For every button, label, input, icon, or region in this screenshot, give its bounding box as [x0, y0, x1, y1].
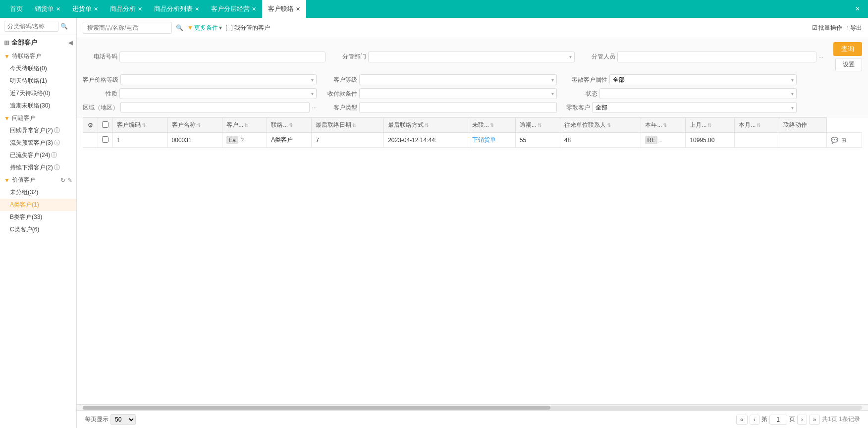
nav-analysis[interactable]: 商品分析 ✕	[104, 0, 148, 18]
sort-this-month[interactable]: ⇅	[757, 122, 760, 128]
settings-button[interactable]: 设置	[835, 58, 862, 71]
advanced-filter: 电话号码 分管部门 ▾ 分管人员 ···	[77, 38, 868, 117]
row-select[interactable]	[102, 136, 108, 143]
batch-op-btn[interactable]: ☑ 批量操作	[812, 24, 842, 32]
sidebar-item-churn-warn[interactable]: 流失预警客户(3) ⓘ	[0, 137, 76, 149]
person-dots[interactable]: ···	[818, 54, 823, 60]
col-settings[interactable]: ⚙	[83, 118, 98, 133]
prev-page-btn[interactable]: ‹	[750, 415, 760, 425]
query-button[interactable]: 查询	[833, 42, 862, 56]
per-page-select[interactable]: 50 100 200	[110, 414, 136, 425]
next-page-btn[interactable]: ›	[797, 415, 807, 425]
scatter-cust-field: 零散客户 全部 ▾	[563, 102, 797, 113]
my-customers-filter[interactable]: 我分管的客户	[226, 24, 270, 32]
sidebar-item-declining[interactable]: 持续下滑客户(2) ⓘ	[0, 161, 76, 174]
customer-level-field: 客户等级 ▾	[323, 74, 556, 85]
customer-level-select[interactable]	[359, 74, 556, 85]
sidebar-item-c-class[interactable]: C类客户(6)	[0, 223, 76, 236]
sidebar-item-b-class[interactable]: B类客户(33)	[0, 211, 76, 223]
sidebar-item-overdue[interactable]: 逾期未联络(30)	[0, 100, 76, 112]
payment-select[interactable]	[359, 88, 556, 99]
sidebar-all-customers[interactable]: ⊞ 全部客户 ◀	[0, 35, 76, 50]
region-input[interactable]	[120, 102, 310, 113]
sort-uncontacted[interactable]: ⇅	[490, 122, 494, 128]
sidebar-item-ungrp[interactable]: 未分组(32)	[0, 186, 76, 199]
refresh-icon[interactable]: ↻	[60, 177, 65, 184]
sidebar-item-repurchase[interactable]: 回购异常客户(2) ⓘ	[0, 124, 76, 137]
main-search-input[interactable]	[83, 22, 172, 34]
close-all-btn[interactable]: ✕	[855, 5, 864, 12]
close-customer-contact[interactable]: ✕	[296, 6, 300, 12]
row-last-month	[735, 133, 779, 148]
group-problem[interactable]: ▼ 问题客户	[0, 112, 76, 124]
group-pending[interactable]: ▼ 待联络客户	[0, 50, 76, 62]
more-conditions-btn[interactable]: ▼ 更多条件 ▾	[187, 24, 222, 32]
my-customers-checkbox[interactable]	[226, 25, 232, 31]
scrollbar-thumb[interactable]	[83, 406, 550, 410]
nature-select[interactable]	[119, 88, 317, 99]
export-label: 导出	[850, 24, 862, 32]
sidebar-search-input[interactable]	[4, 21, 58, 32]
sort-last-date[interactable]: ⇅	[352, 122, 356, 128]
nav-customer-contact[interactable]: 客户联络 ✕	[262, 0, 306, 18]
sort-name[interactable]: ⇅	[197, 122, 201, 128]
sort-last-month[interactable]: ⇅	[707, 122, 711, 128]
status-select[interactable]	[599, 88, 797, 99]
sidebar-item-a-class[interactable]: A类客户(1)	[0, 199, 76, 211]
select-all-checkbox[interactable]	[102, 121, 108, 128]
table-row: 1 000031 Ea ? A类客户 7 2023-04-12 14:44: 下…	[83, 133, 862, 148]
sidebar-search-icon[interactable]: 🔍	[60, 23, 68, 30]
scatter-attr-select[interactable]: 全部	[609, 74, 797, 85]
col-checkbox[interactable]	[98, 118, 113, 133]
sort-this-year[interactable]: ⇅	[663, 122, 667, 128]
arrow-icon: ▼	[4, 53, 10, 60]
horizontal-scrollbar[interactable]	[83, 406, 862, 410]
search-btn[interactable]: 🔍	[176, 24, 183, 31]
phone-input[interactable]	[119, 52, 326, 62]
sort-code[interactable]: ⇅	[142, 122, 146, 128]
nature-wrap: ▾	[119, 88, 317, 99]
qr-icon[interactable]: ⊞	[841, 137, 846, 144]
close-purchase[interactable]: ✕	[94, 6, 98, 12]
close-customer-tier[interactable]: ✕	[252, 6, 256, 12]
sort-last-method[interactable]: ⇅	[425, 122, 429, 128]
per-page-section: 每页显示 50 100 200	[85, 414, 136, 425]
message-icon[interactable]: 💬	[831, 137, 838, 144]
sidebar-item-tomorrow[interactable]: 明天待联络(1)	[0, 75, 76, 87]
first-page-btn[interactable]: «	[736, 415, 748, 425]
sidebar-item-today[interactable]: 今天待联络(0)	[0, 62, 76, 75]
page-input[interactable]	[769, 415, 787, 425]
col-contact: 联络...⇅	[267, 118, 312, 133]
nav-purchase[interactable]: 进货单 ✕	[66, 0, 104, 18]
top-nav: 首页 销货单 ✕ 进货单 ✕ 商品分析 ✕ 商品分析列表 ✕ 客户分层经营 ✕ …	[0, 0, 868, 18]
nav-home[interactable]: 首页	[4, 0, 29, 18]
row-checkbox[interactable]	[98, 133, 113, 148]
region-dots[interactable]: ···	[312, 104, 317, 111]
col-code: 客户编码⇅	[113, 118, 168, 133]
row-type: A类客户	[267, 133, 312, 148]
close-sales[interactable]: ✕	[56, 6, 60, 12]
nav-analysis-list[interactable]: 商品分析列表 ✕	[148, 0, 205, 18]
sort-type[interactable]: ⇅	[244, 122, 248, 128]
gear-icon[interactable]: ⚙	[88, 122, 93, 129]
sidebar-item-7days[interactable]: 近7天待联络(0)	[0, 87, 76, 100]
dept-select[interactable]	[368, 52, 574, 62]
sort-overdue[interactable]: ⇅	[538, 122, 542, 128]
customer-type-input[interactable]	[359, 102, 556, 113]
close-analysis[interactable]: ✕	[138, 6, 142, 12]
nav-sales[interactable]: 销货单 ✕	[29, 0, 66, 18]
sidebar-item-lost[interactable]: 已流失客户(24) ⓘ	[0, 149, 76, 161]
last-method-link[interactable]: 下销货单	[472, 136, 496, 143]
close-analysis-list[interactable]: ✕	[195, 6, 199, 12]
sort-contact[interactable]: ⇅	[289, 122, 293, 128]
group-value[interactable]: ▼ 价值客户 ↻ ✎	[0, 174, 76, 186]
price-level-select[interactable]	[120, 74, 317, 85]
row-this-month	[779, 133, 827, 148]
person-input[interactable]	[617, 52, 816, 62]
nav-customer-tier[interactable]: 客户分层经营 ✕	[205, 0, 262, 18]
last-page-btn[interactable]: »	[809, 415, 820, 425]
export-btn[interactable]: ↑ 导出	[846, 24, 862, 32]
edit-icon[interactable]: ✎	[67, 177, 72, 184]
scatter-cust-select[interactable]: 全部	[592, 102, 797, 113]
sort-person[interactable]: ⇅	[607, 122, 611, 128]
